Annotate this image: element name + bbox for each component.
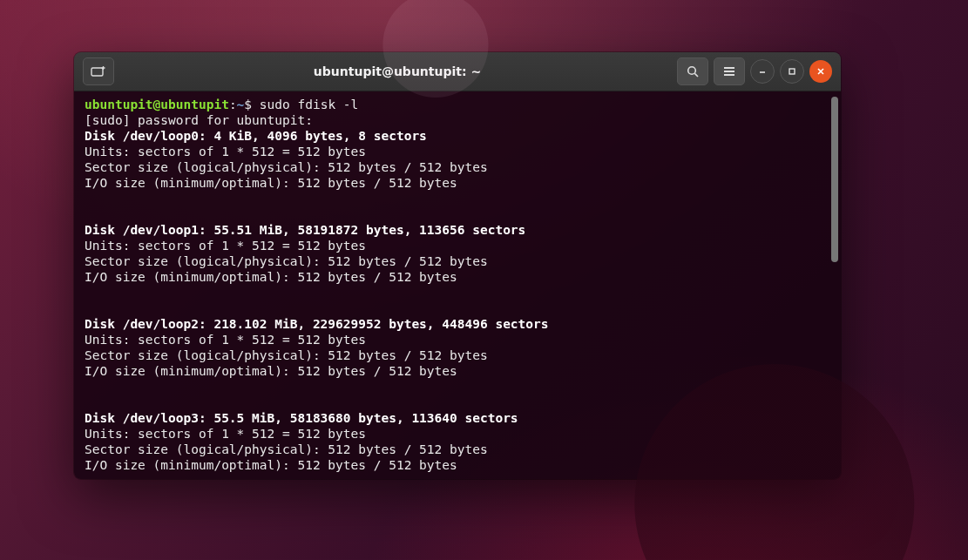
disk1-sector: Sector size (logical/physical): 512 byte… [85, 254, 488, 268]
disk2-header: Disk /dev/loop2: 218.102 MiB, 229629952 … [85, 317, 549, 331]
search-button[interactable] [677, 57, 708, 85]
disk0-header: Disk /dev/loop0: 4 KiB, 4096 bytes, 8 se… [85, 129, 427, 143]
disk0-io: I/O size (minimum/optimal): 512 bytes / … [85, 176, 457, 190]
terminal-body[interactable]: ubuntupit@ubuntupit:~$ sudo fdisk -l [su… [74, 91, 841, 479]
window-title: ubuntupit@ubuntupit: ~ [118, 64, 677, 78]
hamburger-icon [722, 65, 736, 78]
line-sudo: [sudo] password for ubuntupit: [85, 113, 313, 127]
terminal-output: ubuntupit@ubuntupit:~$ sudo fdisk -l [su… [85, 97, 830, 473]
minimize-button[interactable] [750, 59, 775, 84]
terminal-window: ubuntupit@ubuntupit: ~ [74, 52, 841, 479]
disk2-io: I/O size (minimum/optimal): 512 bytes / … [85, 364, 457, 378]
menu-button[interactable] [714, 57, 745, 85]
search-icon [686, 64, 700, 78]
minimize-icon [758, 67, 767, 76]
svg-point-3 [688, 67, 696, 75]
new-tab-button[interactable] [83, 57, 114, 85]
new-tab-icon [91, 65, 106, 78]
disk1-io: I/O size (minimum/optimal): 512 bytes / … [85, 270, 457, 284]
disk2-units: Units: sectors of 1 * 512 = 512 bytes [85, 333, 366, 347]
maximize-button[interactable] [780, 59, 804, 84]
prompt-symbol: $ [244, 98, 252, 111]
titlebar-right-group [677, 57, 832, 85]
disk0-sector: Sector size (logical/physical): 512 byte… [85, 160, 488, 174]
svg-rect-9 [789, 69, 795, 74]
titlebar[interactable]: ubuntupit@ubuntupit: ~ [74, 52, 841, 91]
disk3-sector: Sector size (logical/physical): 512 byte… [85, 442, 488, 456]
desktop-background: ubuntupit@ubuntupit: ~ [0, 0, 968, 560]
disk3-units: Units: sectors of 1 * 512 = 512 bytes [85, 427, 366, 441]
disk1-header: Disk /dev/loop1: 55.51 MiB, 58191872 byt… [85, 223, 525, 237]
prompt-userhost: ubuntupit@ubuntupit [85, 98, 229, 111]
prompt-command: sudo fdisk -l [252, 98, 358, 111]
disk2-sector: Sector size (logical/physical): 512 byte… [85, 348, 488, 362]
close-button[interactable] [809, 60, 832, 83]
svg-rect-0 [91, 68, 103, 76]
maximize-icon [788, 67, 796, 76]
scrollbar-thumb[interactable] [831, 97, 838, 262]
svg-line-4 [694, 73, 698, 77]
disk1-units: Units: sectors of 1 * 512 = 512 bytes [85, 239, 366, 253]
disk3-io: I/O size (minimum/optimal): 512 bytes / … [85, 458, 457, 472]
close-icon [816, 67, 825, 76]
disk0-units: Units: sectors of 1 * 512 = 512 bytes [85, 145, 366, 159]
disk3-header: Disk /dev/loop3: 55.5 MiB, 58183680 byte… [85, 411, 518, 425]
prompt-sep: : [229, 98, 237, 111]
